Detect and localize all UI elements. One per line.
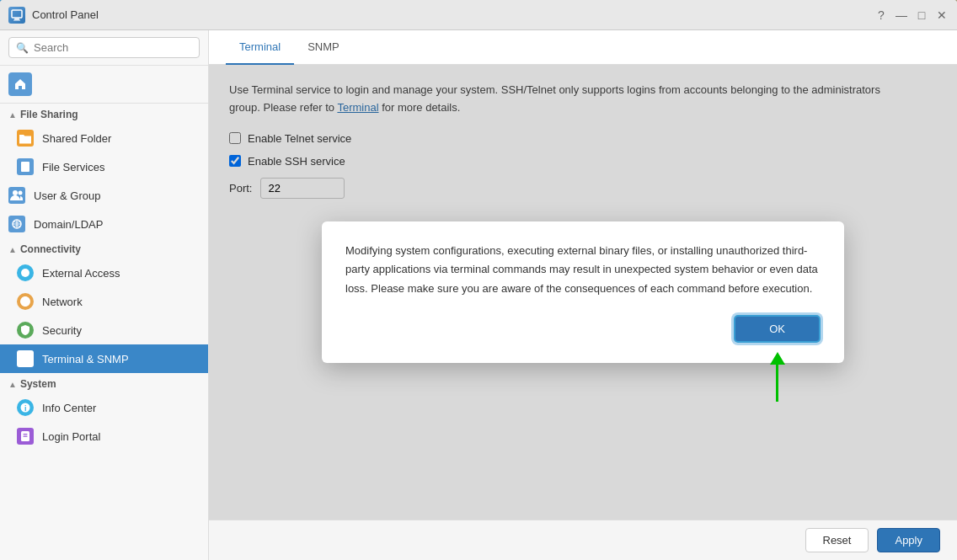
arrow-line xyxy=(776,365,778,402)
sidebar-item-info-center-label: Info Center xyxy=(42,402,96,414)
section-system-label: System xyxy=(20,378,56,390)
sidebar: 🔍 ▲ File Sharing xyxy=(0,30,209,560)
user-group-icon xyxy=(8,187,25,204)
sidebar-item-shared-folder-label: Shared Folder xyxy=(42,132,111,145)
warning-dialog: Modifying system configurations, executi… xyxy=(322,221,844,362)
apply-button[interactable]: Apply xyxy=(877,528,940,552)
svg-point-4 xyxy=(13,190,18,195)
section-file-sharing-label: File Sharing xyxy=(20,109,78,120)
footer-bar: Reset Apply xyxy=(209,520,957,560)
search-box[interactable]: 🔍 xyxy=(8,37,200,58)
titlebar: Control Panel ? — □ ✕ xyxy=(0,0,957,30)
window-title: Control Panel xyxy=(32,8,874,21)
sidebar-item-login-portal-label: Login Portal xyxy=(42,430,100,443)
login-portal-icon xyxy=(17,428,34,445)
sidebar-item-shared-folder[interactable]: Shared Folder xyxy=(0,124,208,152)
sidebar-search-area: 🔍 xyxy=(0,30,208,66)
help-button[interactable]: ? xyxy=(874,8,888,22)
search-icon: 🔍 xyxy=(16,42,29,54)
sidebar-item-domain-ldap[interactable]: Domain/LDAP xyxy=(0,210,208,238)
svg-rect-14 xyxy=(24,436,28,437)
shared-folder-icon xyxy=(17,130,34,147)
tab-terminal[interactable]: Terminal xyxy=(226,30,294,65)
section-file-sharing[interactable]: ▲ File Sharing xyxy=(0,104,208,124)
sidebar-item-external-access-label: External Access xyxy=(42,267,120,280)
window-controls: ? — □ ✕ xyxy=(874,8,949,22)
svg-rect-3 xyxy=(21,162,29,172)
tab-snmp[interactable]: SNMP xyxy=(294,30,353,65)
terminal-icon xyxy=(17,350,34,367)
close-button[interactable]: ✕ xyxy=(935,8,949,22)
external-access-icon xyxy=(17,264,34,281)
svg-rect-1 xyxy=(14,19,19,20)
ok-button[interactable]: OK xyxy=(734,315,821,343)
svg-point-5 xyxy=(19,191,23,195)
sidebar-item-network[interactable]: Network xyxy=(0,287,208,316)
security-icon xyxy=(17,322,34,339)
svg-rect-2 xyxy=(13,19,20,20)
dialog-footer: OK xyxy=(345,315,821,343)
svg-point-7 xyxy=(21,269,29,277)
system-chevron-icon: ▲ xyxy=(8,380,17,389)
svg-rect-0 xyxy=(12,10,22,18)
section-system[interactable]: ▲ System xyxy=(0,373,208,393)
sidebar-item-file-services-label: File Services xyxy=(42,161,104,173)
minimize-button[interactable]: — xyxy=(895,8,908,22)
sidebar-item-network-label: Network xyxy=(42,296,83,308)
window-body: 🔍 ▲ File Sharing xyxy=(0,30,957,560)
chevron-icon: ▲ xyxy=(8,110,17,120)
tabs-bar: Terminal SNMP xyxy=(209,30,957,65)
reset-button[interactable]: Reset xyxy=(805,528,869,552)
sidebar-item-info-center[interactable]: i Info Center xyxy=(0,393,208,422)
sidebar-item-user-group-label: User & Group xyxy=(34,189,100,202)
sidebar-item-security[interactable]: Security xyxy=(0,316,208,344)
connectivity-chevron-icon: ▲ xyxy=(8,245,17,254)
sidebar-item-user-group[interactable]: User & Group xyxy=(0,181,208,210)
svg-rect-8 xyxy=(20,355,30,363)
info-center-icon: i xyxy=(17,399,34,416)
file-services-icon xyxy=(17,158,34,175)
domain-icon xyxy=(8,216,25,232)
home-icon xyxy=(8,72,32,96)
sidebar-item-terminal-snmp[interactable]: Terminal & SNMP xyxy=(0,344,208,373)
svg-text:i: i xyxy=(24,404,27,413)
network-icon xyxy=(17,293,34,310)
sidebar-item-security-label: Security xyxy=(42,324,82,337)
arrow-indicator xyxy=(770,352,785,402)
search-input[interactable] xyxy=(34,41,192,54)
maximize-button[interactable]: □ xyxy=(915,8,928,22)
sidebar-item-external-access[interactable]: External Access xyxy=(0,259,208,287)
sidebar-item-login-portal[interactable]: Login Portal xyxy=(0,422,208,451)
control-panel-window: Control Panel ? — □ ✕ 🔍 xyxy=(0,0,957,560)
svg-rect-13 xyxy=(24,434,28,435)
sidebar-item-terminal-snmp-label: Terminal & SNMP xyxy=(42,353,129,365)
arrow-head-icon xyxy=(770,352,785,365)
dialog-overlay: Modifying system configurations, executi… xyxy=(209,65,957,520)
section-connectivity[interactable]: ▲ Connectivity xyxy=(0,238,208,259)
app-icon xyxy=(8,7,25,24)
sidebar-item-file-services[interactable]: File Services xyxy=(0,152,208,181)
section-connectivity-label: Connectivity xyxy=(20,243,81,255)
dialog-text: Modifying system configurations, executi… xyxy=(345,242,821,297)
sidebar-item-domain-ldap-label: Domain/LDAP xyxy=(34,218,103,231)
home-button[interactable] xyxy=(0,66,208,104)
main-content: Terminal SNMP Use Terminal service to lo… xyxy=(209,30,957,560)
